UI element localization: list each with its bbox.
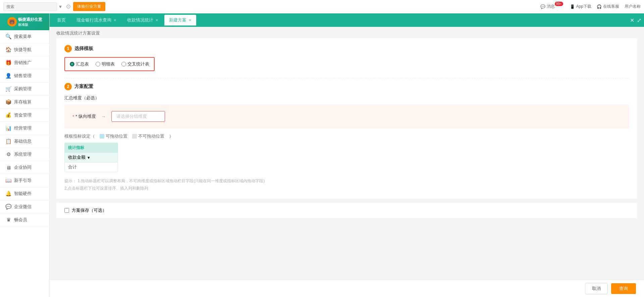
metrics-sub-row: 合计 (65, 162, 118, 172)
cancel-button[interactable]: 取消 (585, 283, 608, 294)
radio-cross[interactable]: 交叉统计表 (121, 61, 149, 67)
step1-header: 1 选择模板 (64, 45, 629, 52)
window-expand-icon[interactable]: ⤢ (637, 17, 641, 23)
radio-detail[interactable]: 明细表 (96, 61, 115, 67)
service-group[interactable]: 🎧 在线客服 (597, 4, 619, 9)
tab-bank-flow-close[interactable]: ✕ (113, 18, 116, 22)
step1-title: 选择模板 (74, 46, 93, 52)
smart-hardware-icon: 🔔 (5, 191, 11, 197)
metrics-dropdown-arrow: ▾ (88, 155, 90, 160)
radio-detail-label: 明细表 (102, 61, 115, 67)
trial-btn[interactable]: 体验行业方案 (73, 2, 105, 11)
radio-summary-label: 汇总表 (76, 61, 89, 67)
tab-new-plan-close[interactable]: ✕ (189, 18, 192, 22)
step1-number: 1 (64, 45, 72, 52)
template-select-box: 汇总表 明细表 交叉统计表 (64, 57, 155, 71)
enterprise-collab-icon: 🖥 (5, 165, 11, 170)
sidebar-item-purchase[interactable]: 🛒 采购管理 (0, 83, 49, 96)
sidebar-item-label: 畅会员 (14, 217, 27, 223)
top-bar-right: 💬 消息 99+ 📱 App下载 🎧 在线客服 用户名称 (540, 4, 641, 9)
metrics-title-suffix: ） (169, 133, 173, 139)
purchase-icon: 🛒 (5, 86, 11, 92)
logo-icon: 🐻 (7, 17, 17, 27)
metrics-badge-fixed: 不可拖动位置 (132, 133, 164, 139)
tab-controls: ✕ ⤢ (630, 17, 641, 23)
step2-number: 2 (64, 83, 72, 90)
sidebar-item-smart-hardware[interactable]: 🔔 智能硬件 (0, 187, 49, 200)
sidebar-logo: 🐻 畅捷通好生意 标准版 (0, 13, 49, 30)
badge-draggable-label: 可拖动位置 (106, 133, 127, 139)
notification-group[interactable]: 💬 消息 99+ (540, 4, 565, 9)
badge-dot-blue (100, 134, 104, 139)
system-icon: ⚙ (5, 151, 11, 157)
service-icon: 🎧 (597, 4, 602, 9)
sidebar-item-operation[interactable]: 📊 经营管理 (0, 122, 49, 135)
window-close-icon[interactable]: ✕ (630, 17, 634, 23)
tab-collection-stats-close[interactable]: ✕ (155, 18, 158, 22)
metrics-tag[interactable]: 收款金额 ▾ (65, 153, 118, 162)
sidebar-item-new-guide[interactable]: 📖 新手引导 (0, 174, 49, 187)
sidebar-item-sales[interactable]: 👤 销售管理 (0, 69, 49, 83)
radio-cross-input[interactable] (121, 62, 126, 66)
tab-bank-flow[interactable]: 现金银行流水查询 ✕ (72, 15, 121, 26)
search-input[interactable] (3, 2, 57, 11)
form-card: 1 选择模板 汇总表 明细表 (56, 38, 637, 199)
sidebar-item-system[interactable]: ⚙ 系统管理 (0, 148, 49, 161)
sidebar-item-vip[interactable]: ♛ 畅会员 (0, 213, 49, 227)
sidebar-item-label: 新手引导 (14, 178, 32, 184)
sidebar-item-label: 营销推广 (14, 60, 32, 66)
query-button[interactable]: 查询 (611, 283, 636, 294)
radio-summary[interactable]: 汇总表 (70, 61, 89, 67)
notification-badge: 99+ (555, 2, 563, 6)
dimension-row-label: * * 纵向维度 (72, 113, 96, 119)
save-checkbox[interactable] (64, 208, 69, 213)
marketing-icon: 🎁 (5, 60, 11, 66)
metrics-tag-label: 收款金额 (68, 154, 86, 160)
radio-summary-input[interactable] (70, 62, 74, 66)
download-label: App下载 (576, 4, 591, 9)
bottom-bar: 取消 查询 (50, 280, 644, 297)
tip-text-1: 提示： 1.拖动标题栏可以调整布局，不可跨维度或指标区域拖动栏目字段(只能在同一… (64, 178, 265, 185)
tab-bank-flow-label: 现金银行流水查询 (76, 17, 111, 23)
step1-section: 1 选择模板 汇总表 明细表 (64, 45, 629, 71)
sidebar-item-label: 经营管理 (14, 125, 32, 131)
tips-section: 提示： 1.拖动标题栏可以调整布局，不可跨维度或指标区域拖动栏目字段(只能在同一… (64, 178, 629, 192)
basic-info-icon: 📋 (5, 138, 11, 144)
sidebar-item-label: 销售管理 (14, 73, 32, 79)
radio-detail-input[interactable] (96, 62, 100, 66)
sidebar-item-quick-nav[interactable]: 🏠 快捷导航 (0, 43, 49, 56)
search-menu-icon: 🔍 (5, 34, 11, 40)
sidebar-item-enterprise-collab[interactable]: 🖥 企业协同 (0, 161, 49, 174)
step2-title: 方案配置 (74, 84, 93, 90)
sidebar-item-label: 库存核算 (14, 99, 32, 105)
user-name[interactable]: 用户名称 (625, 4, 641, 9)
badge-dot-gray (132, 134, 137, 139)
download-group[interactable]: 📱 App下载 (570, 4, 591, 9)
metrics-table-header: 统计指标 (65, 143, 118, 153)
inventory-icon: 📦 (5, 99, 11, 105)
sidebar-item-inventory[interactable]: 📦 库存核算 (0, 96, 49, 109)
sidebar-item-label: 资金管理 (14, 112, 32, 118)
sales-icon: 👤 (5, 73, 11, 79)
step2-header: 2 方案配置 (64, 83, 629, 90)
tab-bar: 首页 现金银行流水查询 ✕ 收款情况统计 ✕ 新建方案 ✕ ✕ ⤢ (50, 13, 644, 27)
sidebar: 🐻 畅捷通好生意 标准版 🔍 搜索菜单 🏠 快捷导航 🎁 营销推广 👤 销售管理… (0, 13, 50, 297)
tab-new-plan[interactable]: 新建方案 ✕ (164, 15, 196, 26)
metrics-section: 模板指标设定（ 可拖动位置 不可拖动位置 ） (64, 133, 629, 172)
dimension-placeholder: 请选择分组维度 (116, 114, 147, 119)
sidebar-item-finance[interactable]: 💰 资金管理 (0, 109, 49, 122)
save-label[interactable]: 方案保存（可选） (72, 207, 107, 213)
metrics-label: 统计指标 (68, 145, 84, 151)
sidebar-item-label: 基础信息 (14, 138, 32, 144)
sidebar-item-enterprise-wechat[interactable]: 💬 企业微信 (0, 200, 49, 213)
sidebar-item-basic-info[interactable]: 📋 基础信息 (0, 135, 49, 148)
required-star: * (72, 114, 74, 119)
sidebar-item-marketing[interactable]: 🎁 营销推广 (0, 56, 49, 69)
tab-collection-stats[interactable]: 收款情况统计 ✕ (122, 15, 163, 26)
metrics-sub-label: 合计 (68, 164, 77, 169)
dimension-input[interactable]: 请选择分组维度 (111, 111, 165, 122)
sidebar-item-search-menu[interactable]: 🔍 搜索菜单 (0, 30, 49, 43)
dropdown-icon[interactable]: ▾ (59, 3, 62, 10)
tab-home[interactable]: 首页 (52, 15, 70, 26)
settings-icon[interactable]: ⚙ (66, 3, 71, 10)
